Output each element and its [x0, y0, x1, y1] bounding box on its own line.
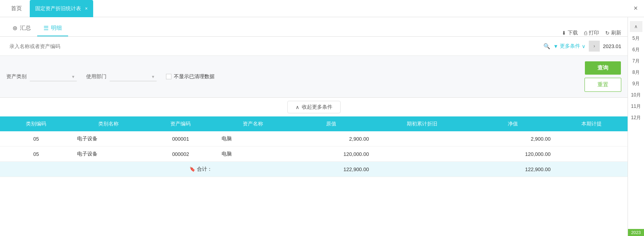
collapse-bar: ∧ 收起更多条件 [0, 98, 628, 116]
refresh-button[interactable]: ↻ 刷新 [605, 29, 621, 36]
list-icon: ☰ [43, 25, 49, 32]
col-original-value: 原值 [289, 116, 373, 131]
col-net-value: 净值 [471, 116, 555, 131]
cell-net-value: 2,900.00 [471, 131, 555, 147]
col-category-code: 类别编码 [0, 116, 72, 131]
filter-row: 资产类别 ▼ 使用部门 ▼ [6, 61, 621, 92]
col-acc-depreciation: 期初累计折旧 [373, 116, 471, 131]
cell-category-code: 05 [0, 147, 72, 162]
search-icon[interactable]: 🔍 [543, 43, 550, 49]
search-bar: 🔍 ▼ 更多条件 ∨ › 2023.01 [0, 37, 628, 56]
print-button[interactable]: ⎙ 打印 [584, 29, 599, 36]
department-label: 使用部门 [86, 73, 106, 80]
collapse-icon: ∧ [296, 104, 299, 110]
more-filter-label: 更多条件 [560, 43, 580, 50]
sub-tabs: ⊛ 汇总 ☰ 明细 ⬇ 下载 ⎙ 打印 ↻ 刷新 [0, 17, 628, 37]
table-header: 类别编码 类别名称 资产编码 资产名称 原值 期初累计折旧 净值 本期计提 [0, 116, 628, 131]
hide-cleared-checkbox-item: 不显示已清理数据 [166, 73, 215, 80]
total-original-value: 122,900.00 [289, 162, 373, 177]
cell-asset-code: 000001 [144, 131, 217, 147]
window-close-icon[interactable]: × [633, 4, 638, 13]
right-sidebar: ∧ 5月 6月 7月 8月 9月 10月 11月 12月 2023 [628, 17, 644, 236]
cell-net-value: 120,000.00 [471, 147, 555, 162]
sidebar-month-7[interactable]: 7月 [628, 55, 644, 67]
table-body: 05 电子设备 000001 电脑 2,900.00 2,900.00 05 电… [0, 131, 628, 177]
total-empty-1 [0, 162, 72, 177]
total-acc-dep [373, 162, 471, 177]
total-label: 合计： [197, 166, 212, 172]
table-wrapper: 类别编码 类别名称 资产编码 资产名称 原值 期初累计折旧 净值 本期计提 05… [0, 116, 628, 236]
download-button[interactable]: ⬇ 下载 [562, 29, 578, 36]
tab-summary[interactable]: ⊛ 汇总 [6, 21, 37, 36]
cell-asset-name: 电脑 [217, 131, 289, 147]
total-net-value: 122,900.00 [471, 162, 555, 177]
search-input[interactable] [6, 42, 540, 51]
total-row: 🔖 合计： 122,900.00 122,900.00 [0, 162, 628, 177]
refresh-icon: ↻ [605, 30, 610, 36]
sidebar-year-badge[interactable]: 2023 [628, 229, 644, 236]
department-select-wrapper: ▼ [110, 72, 157, 81]
download-label: 下载 [568, 29, 578, 36]
refresh-label: 刷新 [611, 29, 621, 36]
more-filter-button[interactable]: ▼ 更多条件 ∨ [553, 43, 586, 50]
tab-close-icon[interactable]: × [85, 6, 88, 11]
cell-category-name: 电子设备 [72, 131, 145, 147]
cell-current-period [555, 147, 628, 162]
sidebar-month-6[interactable]: 6月 [628, 44, 644, 55]
cell-asset-name: 电脑 [217, 147, 289, 162]
cell-original-value: 120,000.00 [289, 147, 373, 162]
col-category-name: 类别名称 [72, 116, 145, 131]
date-nav-arrow[interactable]: › [589, 41, 600, 52]
filter-icon: ▼ [553, 43, 558, 49]
asset-category-select-wrapper: ▼ [30, 72, 77, 81]
cell-category-code: 05 [0, 131, 72, 147]
date-label: 2023.01 [603, 43, 621, 49]
hide-cleared-checkbox[interactable] [166, 74, 171, 79]
cell-original-value: 2,900.00 [289, 131, 373, 147]
tab-summary-label: 汇总 [20, 25, 31, 32]
sidebar-scroll-up[interactable]: ∧ [630, 21, 642, 32]
asset-category-label: 资产类别 [6, 73, 27, 80]
department-filter: 使用部门 ▼ [86, 72, 157, 81]
col-current-period: 本期计提 [555, 116, 628, 131]
department-select[interactable] [110, 72, 157, 81]
top-nav: 首页 固定资产折旧统计表 × × [0, 0, 644, 17]
cell-acc-dep [373, 131, 471, 147]
asset-category-select[interactable] [30, 72, 77, 81]
sidebar-month-12[interactable]: 12月 [628, 112, 644, 123]
table-row: 05 电子设备 000002 电脑 120,000.00 120,000.00 [0, 147, 628, 162]
print-icon: ⎙ [584, 30, 587, 36]
total-asset-name [217, 162, 289, 177]
sidebar-month-9[interactable]: 9月 [628, 78, 644, 89]
collapse-button[interactable]: ∧ 收起更多条件 [287, 101, 341, 113]
sidebar-month-5[interactable]: 5月 [628, 33, 644, 44]
content-wrapper: ⊛ 汇总 ☰ 明细 ⬇ 下载 ⎙ 打印 ↻ 刷新 [0, 17, 644, 236]
sidebar-month-8[interactable]: 8月 [628, 67, 644, 78]
home-tab[interactable]: 首页 [6, 5, 27, 12]
filter-section: 资产类别 ▼ 使用部门 ▼ [0, 56, 628, 98]
chevron-down-icon: ∨ [582, 43, 586, 49]
filter-actions: 查询 重置 [584, 61, 621, 92]
active-tab[interactable]: 固定资产折旧统计表 × [30, 0, 93, 17]
sidebar-month-11[interactable]: 11月 [628, 101, 644, 112]
cell-current-period [555, 131, 628, 147]
total-label-cell: 🔖 合计： [72, 162, 217, 177]
tab-detail[interactable]: ☰ 明细 [37, 21, 68, 36]
cell-asset-code: 000002 [144, 147, 217, 162]
total-icon: 🔖 [189, 166, 195, 172]
main-content: ⊛ 汇总 ☰ 明细 ⬇ 下载 ⎙ 打印 ↻ 刷新 [0, 17, 628, 236]
sidebar-month-10[interactable]: 10月 [628, 89, 644, 101]
reset-button[interactable]: 重置 [584, 78, 621, 92]
total-current-period [555, 162, 628, 177]
cell-category-name: 电子设备 [72, 147, 145, 162]
tab-label: 固定资产折旧统计表 [35, 5, 81, 12]
col-asset-code: 资产编码 [144, 116, 217, 131]
data-table: 类别编码 类别名称 资产编码 资产名称 原值 期初累计折旧 净值 本期计提 05… [0, 116, 628, 177]
col-asset-name: 资产名称 [217, 116, 289, 131]
table-row: 05 电子设备 000001 电脑 2,900.00 2,900.00 [0, 131, 628, 147]
print-label: 打印 [589, 29, 599, 36]
collapse-label: 收起更多条件 [302, 104, 332, 111]
cell-acc-dep [373, 147, 471, 162]
tab-detail-label: 明细 [51, 25, 62, 32]
query-button[interactable]: 查询 [585, 61, 621, 75]
